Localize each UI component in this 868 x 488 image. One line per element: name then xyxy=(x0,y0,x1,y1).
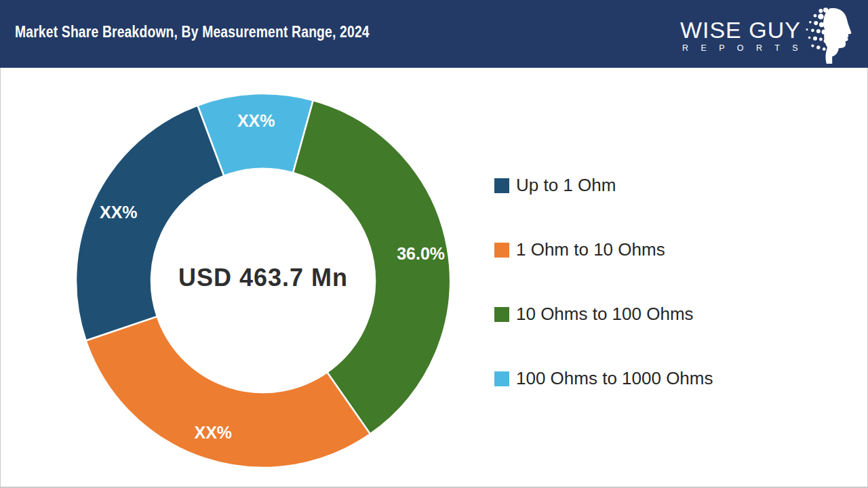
brand-logo: WISE GUY R E P O R T S xyxy=(680,7,856,64)
legend-item: 10 Ohms to 100 Ohms xyxy=(494,304,713,325)
legend-label: 100 Ohms to 1000 Ohms xyxy=(516,368,713,389)
donut-segment-4 xyxy=(76,105,224,340)
donut-center-value: USD 463.7 Mn xyxy=(178,264,348,292)
legend-swatch xyxy=(494,243,509,258)
chart-body: XX%36.0%XX%XX% USD 463.7 Mn Up to 1 Ohm1… xyxy=(0,68,868,488)
legend-swatch xyxy=(494,178,509,193)
brand-name: WISE GUY xyxy=(680,18,803,41)
brand-subtitle: R E P O R T S xyxy=(682,43,803,53)
legend-label: 10 Ohms to 100 Ohms xyxy=(516,304,694,325)
chart-image: WISE GUY R E P O R T S XX%36.0%XX%XX% US… xyxy=(0,0,868,488)
slice-label: 36.0% xyxy=(397,244,445,263)
header-bar: Market Share Breakdown, By Measurement R… xyxy=(0,0,868,68)
legend-item: 1 Ohm to 10 Ohms xyxy=(494,239,713,260)
slice-label: XX% xyxy=(237,111,275,130)
page-title: Market Share Breakdown, By Measurement R… xyxy=(15,23,370,41)
legend-item: 100 Ohms to 1000 Ohms xyxy=(494,368,713,389)
donut-segment-3 xyxy=(86,317,370,468)
brand-logo-text: WISE GUY R E P O R T S xyxy=(680,18,803,53)
legend-label: 1 Ohm to 10 Ohms xyxy=(516,239,665,260)
legend-item: Up to 1 Ohm xyxy=(494,175,713,196)
legend-label: Up to 1 Ohm xyxy=(516,175,616,196)
legend: Up to 1 Ohm1 Ohm to 10 Ohms10 Ohms to 10… xyxy=(494,175,713,389)
legend-swatch xyxy=(494,307,509,322)
legend-swatch xyxy=(494,371,509,386)
brand-face-icon xyxy=(799,7,856,64)
slice-label: XX% xyxy=(194,423,232,442)
slice-label: XX% xyxy=(100,203,138,222)
